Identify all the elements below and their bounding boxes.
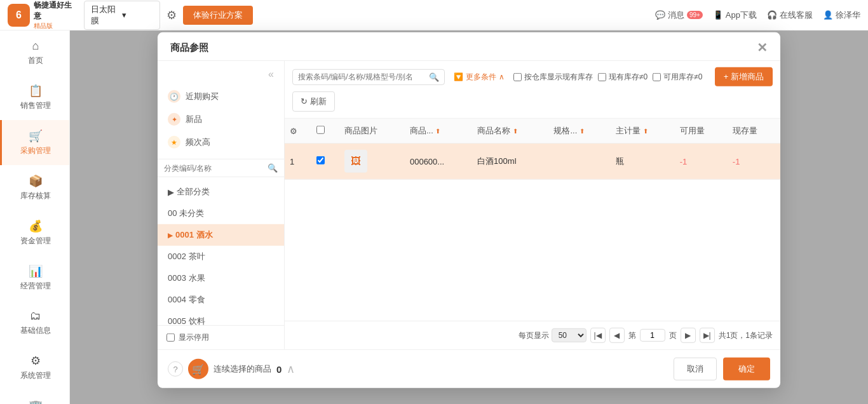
confirm-button[interactable]: 确定 (723, 358, 770, 380)
category-0001[interactable]: ▶ 0001 酒水 (158, 224, 284, 246)
sidebar-item-home[interactable]: ⌂ 首页 (0, 30, 69, 75)
product-reference-dialog: 商品参照 ✕ « 🕐 近期购买 ✦ 新品 (158, 32, 780, 388)
col-code[interactable]: 商品... ⬆ (405, 119, 472, 144)
row-name: 白酒100ml (472, 143, 548, 179)
messages-nav-item[interactable]: 💬 消息 99+ (655, 10, 703, 21)
sidebar-item-sales[interactable]: 📋 销售管理 (0, 75, 69, 120)
col-available: 可用量 (675, 119, 728, 144)
gear-icon[interactable]: ⚙ (166, 8, 177, 22)
collapse-cart-button[interactable]: ∧ (287, 362, 295, 376)
show-disabled-section: 显示停用 (158, 325, 284, 349)
dialog-toolbar: 🔍 🔽 更多条件 ∧ 按仓库显示现有库存 现有库存≠0 (285, 61, 780, 119)
row-code: 000600... (405, 143, 472, 179)
dialog-right-panel: 🔍 🔽 更多条件 ∧ 按仓库显示现有库存 现有库存≠0 (285, 61, 780, 349)
dialog-left-panel: « 🕐 近期购买 ✦ 新品 ★ 频次高 (158, 61, 285, 349)
sidebar-item-operations[interactable]: 📊 经营管理 (0, 255, 69, 300)
cart-icon: 🛒 (188, 359, 208, 379)
all-category-arrow: ▶ (168, 187, 174, 196)
app-icon: 📱 (713, 10, 723, 20)
basic-icon: 🗂 (30, 309, 41, 323)
online-service-item[interactable]: 🎧 在线客服 (767, 10, 813, 21)
product-table: ⚙ 商品图片 商品... ⬆ 商品名称 ⬆ (285, 119, 780, 321)
row-seq: 1 (285, 143, 311, 179)
nav-right: 💬 消息 99+ 📱 App下载 🎧 在线客服 👤 徐泽华 (655, 10, 860, 21)
category-search-input[interactable] (164, 163, 265, 172)
category-list: ▶ 全部分类 00 未分类 ▶ 0001 酒水 0002 茶叶 0003 水果 (158, 177, 284, 325)
row-available: -1 (675, 143, 728, 179)
stock-icon: 📦 (29, 174, 43, 188)
search-icon[interactable]: 🔍 (429, 72, 439, 81)
sidebar-item-stock[interactable]: 📦 库存核算 (0, 165, 69, 210)
category-all[interactable]: ▶ 全部分类 (158, 181, 284, 203)
prev-page-button[interactable]: ◀ (609, 328, 625, 343)
category-uncat[interactable]: 00 未分类 (158, 203, 284, 224)
col-img: 商品图片 (339, 119, 405, 144)
available-stock-checkbox[interactable] (653, 72, 661, 81)
available-stock-label: 可用库存≠0 (663, 71, 702, 82)
user-item[interactable]: 👤 徐泽华 (823, 10, 860, 21)
col-settings[interactable]: ⚙ (285, 119, 311, 144)
sidebar-item-basic[interactable]: 🗂 基础信息 (0, 300, 69, 345)
warehouse-stock-checkbox-group: 按仓库显示现有库存 (513, 71, 593, 82)
home-icon: ⌂ (32, 39, 39, 53)
sidebar-item-purchase[interactable]: 🛒 采购管理 (0, 120, 69, 165)
col-checkbox (311, 119, 339, 144)
recent-icon: 🕐 (168, 90, 180, 103)
category-0003[interactable]: 0003 水果 (158, 267, 284, 289)
product-search-box[interactable]: 🔍 (292, 69, 445, 84)
current-stock-label: 现有库存≠0 (609, 71, 648, 82)
product-search-input[interactable] (298, 72, 426, 81)
more-filter-button[interactable]: 🔽 更多条件 ∧ (450, 69, 508, 84)
category-search-icon[interactable]: 🔍 (268, 163, 278, 173)
first-page-button[interactable]: |◀ (590, 328, 606, 343)
footer-buttons: 取消 确定 (674, 358, 770, 380)
sidebar-item-enterprise[interactable]: 🏢 企业协同 (0, 390, 69, 404)
sidebar-item-finance[interactable]: 💰 资金管理 (0, 210, 69, 255)
cat-active-arrow: ▶ (168, 231, 173, 238)
refresh-button[interactable]: ↻ 刷新 (292, 91, 335, 112)
page-number-input[interactable] (640, 329, 665, 342)
warehouse-stock-checkbox[interactable] (513, 72, 522, 81)
purchase-icon: 🛒 (29, 129, 43, 143)
quick-filter-new[interactable]: ✦ 新品 (158, 108, 284, 131)
category-0004[interactable]: 0004 零食 (158, 289, 284, 311)
cancel-button[interactable]: 取消 (674, 358, 717, 380)
add-product-button[interactable]: + 新增商品 (715, 67, 773, 86)
message-icon: 💬 (655, 10, 665, 20)
cart-section: ? 🛒 连续选择的商品 0 ∧ (168, 359, 666, 379)
category-0005[interactable]: 0005 饮料 (158, 311, 284, 325)
help-icon[interactable]: ? (168, 361, 183, 377)
logo-text: 畅捷通好生意 精品版 (34, 0, 78, 30)
row-spec (548, 143, 610, 179)
col-spec[interactable]: 规格... ⬆ (548, 119, 610, 144)
col-name[interactable]: 商品名称 ⬆ (472, 119, 548, 144)
app-download-item[interactable]: 📱 App下载 (713, 10, 757, 21)
dialog-header: 商品参照 ✕ (158, 32, 780, 61)
sidebar-item-system[interactable]: ⚙ 系统管理 (0, 345, 69, 390)
col-unit[interactable]: 主计量 ⬆ (611, 119, 675, 144)
operations-icon: 📊 (29, 264, 43, 278)
dialog-close-button[interactable]: ✕ (757, 41, 768, 54)
row-select-checkbox[interactable] (316, 156, 325, 165)
enterprise-icon: 🏢 (29, 399, 43, 404)
code-sort-icon: ⬆ (435, 128, 440, 135)
main-area: 商品参照 ✕ « 🕐 近期购买 ✦ 新品 (70, 30, 868, 404)
row-checkbox (311, 143, 339, 179)
dialog-footer: ? 🛒 连续选择的商品 0 ∧ 取消 确定 (158, 349, 780, 388)
logo: 6 畅捷通好生意 精品版 (8, 0, 78, 30)
last-page-button[interactable]: ▶| (700, 328, 715, 343)
nav-dropdown[interactable]: 日太阳膜 ▾ (84, 1, 160, 30)
dialog-body: « 🕐 近期购买 ✦ 新品 ★ 频次高 (158, 61, 780, 349)
next-page-button[interactable]: ▶ (681, 328, 696, 343)
experience-button[interactable]: 体验行业方案 (183, 6, 253, 25)
table-row[interactable]: 1 🖼 000600... 白酒100ml (285, 143, 780, 179)
per-page-select[interactable]: 50 10 20 100 (552, 328, 587, 342)
dialog-title: 商品参照 (170, 41, 208, 53)
show-disabled-checkbox[interactable] (166, 333, 175, 342)
category-0002[interactable]: 0002 茶叶 (158, 246, 284, 267)
collapse-panel-button[interactable]: « (263, 66, 279, 83)
current-stock-checkbox[interactable] (598, 72, 606, 81)
quick-filter-freq[interactable]: ★ 频次高 (158, 131, 284, 154)
select-all-checkbox[interactable] (316, 126, 325, 134)
quick-filter-recent[interactable]: 🕐 近期购买 (158, 85, 284, 108)
